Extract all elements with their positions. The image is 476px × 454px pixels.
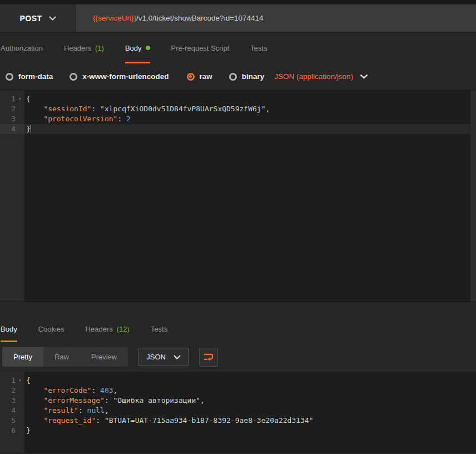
tab-cookies[interactable]: Cookies <box>38 316 65 342</box>
line-number: 4 <box>0 124 16 134</box>
tab-label: Cookies <box>38 325 65 333</box>
fold-spacer <box>16 124 24 134</box>
code-text: "result": null, <box>24 406 109 416</box>
code-text: "request_id": "BTUAT=UAT-715aa934-b187-8… <box>24 416 314 426</box>
code-line: 2 "sessionId": "xlpcqfXiOD0dv51D84fvP8UA… <box>0 104 476 114</box>
tab-pre-request-script[interactable]: Pre-request Script <box>171 32 230 63</box>
code-line: 4} <box>0 124 476 134</box>
tab-label: Tests <box>151 325 167 333</box>
method-dropdown[interactable]: POST <box>0 4 76 32</box>
text-cursor <box>31 125 32 132</box>
mode-label: form-data <box>18 72 53 81</box>
tab-body[interactable]: Body <box>125 32 150 63</box>
mode-label: x-www-form-urlencoded <box>82 72 168 81</box>
chevron-down-icon <box>360 74 368 79</box>
body-mode-binary[interactable]: binary <box>229 72 265 81</box>
tab-label: Tests <box>250 44 267 52</box>
tab-response-tests[interactable]: Tests <box>151 316 167 342</box>
window-top-strip <box>0 0 476 4</box>
code-text: } <box>24 426 31 436</box>
fold-spacer <box>16 426 24 436</box>
fold-spacer <box>16 396 24 406</box>
line-number: 5 <box>0 416 16 426</box>
code-text: "errorCode": 403, <box>24 386 117 396</box>
headers-count-badge: (12) <box>117 325 130 333</box>
chevron-down-icon <box>173 355 181 359</box>
pretty-button[interactable]: Pretty <box>2 347 43 367</box>
code-line: 1▾{ <box>0 94 476 104</box>
tab-label: Headers <box>64 44 91 52</box>
format-label: JSON <box>146 353 166 361</box>
method-label: POST <box>19 14 42 23</box>
raw-button[interactable]: Raw <box>43 347 80 367</box>
code-line: 3 "errorMessage": "Ошибка авторизации", <box>0 396 476 406</box>
code-text: } <box>24 124 31 134</box>
response-format-dropdown[interactable]: JSON <box>138 348 189 366</box>
line-number: 3 <box>0 114 16 124</box>
code-text: "protocolVersion": 2 <box>24 114 131 124</box>
line-number: 2 <box>0 104 16 114</box>
line-number: 3 <box>0 396 16 406</box>
body-mode-form-data[interactable]: form-data <box>6 72 53 81</box>
code-text: { <box>24 376 31 386</box>
wrap-lines-icon <box>203 352 214 362</box>
wrap-lines-button[interactable] <box>199 348 218 367</box>
chevron-down-icon <box>49 16 56 21</box>
headers-count-badge: (1) <box>95 44 104 52</box>
mode-label: binary <box>242 72 265 81</box>
body-mode-raw[interactable]: raw <box>187 72 212 81</box>
preview-button[interactable]: Preview <box>80 347 128 367</box>
line-number: 2 <box>0 386 16 396</box>
response-body-viewer: 1▾{2 "errorCode": 403,3 "errorMessage": … <box>0 372 476 453</box>
url-input[interactable]: {{serviceUrl}}/v1.0/ticket/showBarcode?i… <box>76 4 476 32</box>
code-line: 1▾{ <box>0 376 476 386</box>
response-section-divider <box>0 302 476 316</box>
mode-label: raw <box>200 72 212 81</box>
radio-icon[interactable] <box>229 73 237 81</box>
request-url-bar: POST {{serviceUrl}}/v1.0/ticket/showBarc… <box>0 4 476 32</box>
tab-authorization[interactable]: Authorization <box>1 32 43 63</box>
fold-spacer <box>16 416 24 426</box>
code-text: "errorMessage": "Ошибка авторизации", <box>24 396 205 406</box>
body-modified-dot-icon <box>146 46 150 50</box>
fold-toggle-icon[interactable]: ▾ <box>16 94 24 104</box>
request-body-editor[interactable]: 1▾{2 "sessionId": "xlpcqfXiOD0dv51D84fvP… <box>0 90 476 302</box>
radio-icon[interactable] <box>6 73 13 81</box>
code-text: "sessionId": "xlpcqfXiOD0dv51D84fvP8UArS… <box>24 104 270 114</box>
tab-label: Body <box>1 325 17 333</box>
scrollbar[interactable] <box>470 90 476 302</box>
code-line: 6} <box>0 426 476 436</box>
code-line: 3 "protocolVersion": 2 <box>0 114 476 124</box>
line-number: 6 <box>0 426 16 436</box>
radio-icon[interactable] <box>70 73 77 81</box>
tab-label: Pre-request Script <box>171 44 230 52</box>
fold-spacer <box>16 406 24 416</box>
fold-toggle-icon[interactable]: ▾ <box>16 376 24 386</box>
line-number: 4 <box>0 406 16 416</box>
fold-spacer <box>16 114 24 124</box>
code-line: 2 "errorCode": 403, <box>0 386 476 396</box>
code-line: 5 "request_id": "BTUAT=UAT-715aa934-b187… <box>0 416 476 426</box>
tab-label: Headers <box>86 325 113 333</box>
tab-label: Authorization <box>1 44 43 52</box>
line-number: 1 <box>0 94 16 104</box>
radio-selected-icon[interactable] <box>187 73 195 81</box>
line-number: 1 <box>0 376 16 386</box>
response-tabs: Body Cookies Headers (12) Tests <box>0 316 476 342</box>
content-type-dropdown[interactable]: JSON (application/json) <box>274 72 368 81</box>
request-tabs: Authorization Headers (1) Body Pre-reque… <box>0 32 476 63</box>
fold-spacer <box>16 104 24 114</box>
code-line: 4 "result": null, <box>0 406 476 416</box>
tab-tests[interactable]: Tests <box>250 32 267 63</box>
tab-label: Body <box>125 44 142 52</box>
body-type-selector: form-data x-www-form-urlencoded raw bina… <box>0 63 476 90</box>
tab-headers[interactable]: Headers (1) <box>64 32 104 63</box>
body-mode-urlencoded[interactable]: x-www-form-urlencoded <box>70 72 168 81</box>
tab-response-body[interactable]: Body <box>1 316 17 342</box>
url-variable: {{serviceUrl}} <box>93 14 136 22</box>
url-path: /v1.0/ticket/showBarcode?id=1074414 <box>136 14 264 22</box>
fold-spacer <box>16 386 24 396</box>
tab-response-headers[interactable]: Headers (12) <box>86 316 130 342</box>
response-toolbar: Pretty Raw Preview JSON <box>0 342 476 372</box>
view-mode-group: Pretty Raw Preview <box>2 347 128 367</box>
